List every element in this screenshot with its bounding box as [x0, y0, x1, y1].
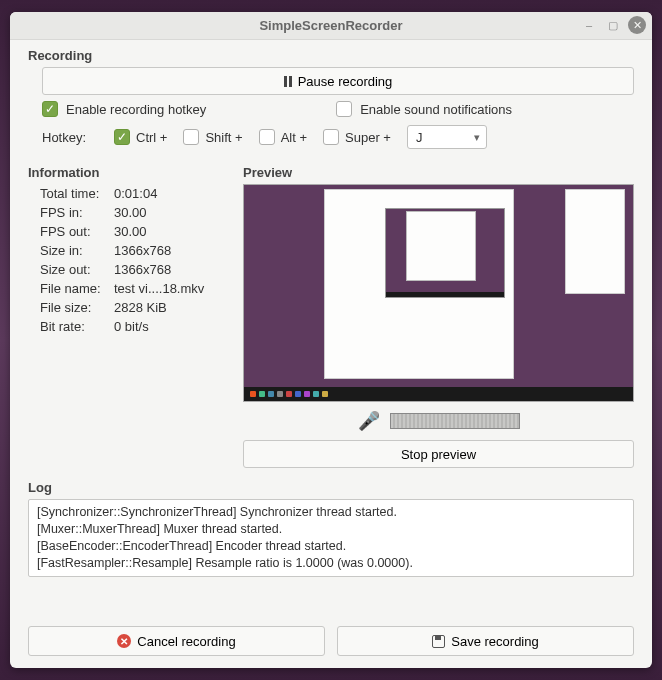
save-recording-label: Save recording [451, 634, 538, 649]
information-section: Information Total time:0:01:04 FPS in:30… [28, 165, 223, 468]
hotkey-label: Hotkey: [42, 130, 98, 145]
super-label: Super + [345, 130, 391, 145]
log-line: [FastResampler::Resample] Resample ratio… [37, 555, 625, 572]
enable-sound-label: Enable sound notifications [360, 102, 512, 117]
alt-checkbox[interactable] [259, 129, 275, 145]
pause-icon [284, 76, 292, 87]
recording-section: Recording Pause recording Enable recordi… [28, 48, 634, 149]
size-in-key: Size in: [40, 243, 108, 258]
file-name-value: test vi....18.mkv [114, 281, 204, 296]
file-size-value: 2828 KiB [114, 300, 167, 315]
pause-recording-button[interactable]: Pause recording [42, 67, 634, 95]
super-checkbox[interactable] [323, 129, 339, 145]
bit-rate-key: Bit rate: [40, 319, 108, 334]
enable-hotkey-checkbox[interactable] [42, 101, 58, 117]
ctrl-checkbox[interactable] [114, 129, 130, 145]
enable-sound-checkbox[interactable] [336, 101, 352, 117]
fps-in-value: 30.00 [114, 205, 147, 220]
titlebar[interactable]: SimpleScreenRecorder – ▢ ✕ [10, 12, 652, 40]
log-section: Log [Synchronizer::SynchronizerThread] S… [28, 480, 634, 577]
size-out-value: 1366x768 [114, 262, 171, 277]
stop-preview-label: Stop preview [401, 447, 476, 462]
hotkey-key-value: J [416, 130, 423, 145]
maximize-button[interactable]: ▢ [604, 16, 622, 34]
total-time-key: Total time: [40, 186, 108, 201]
recording-title: Recording [28, 48, 634, 63]
close-button[interactable]: ✕ [628, 16, 646, 34]
footer: ✕ Cancel recording Save recording [10, 618, 652, 668]
app-window: SimpleScreenRecorder – ▢ ✕ Recording Pau… [10, 12, 652, 668]
file-size-key: File size: [40, 300, 108, 315]
save-icon [432, 635, 445, 648]
fps-in-key: FPS in: [40, 205, 108, 220]
file-name-key: File name: [40, 281, 108, 296]
shift-checkbox[interactable] [183, 129, 199, 145]
size-in-value: 1366x768 [114, 243, 171, 258]
stop-preview-button[interactable]: Stop preview [243, 440, 634, 468]
preview-section: Preview [243, 165, 634, 468]
fps-out-value: 30.00 [114, 224, 147, 239]
cancel-icon: ✕ [117, 634, 131, 648]
shift-label: Shift + [205, 130, 242, 145]
bit-rate-value: 0 bit/s [114, 319, 149, 334]
log-line: [BaseEncoder::EncoderThread] Encoder thr… [37, 538, 625, 555]
hotkey-key-select[interactable]: J [407, 125, 487, 149]
total-time-value: 0:01:04 [114, 186, 157, 201]
ctrl-label: Ctrl + [136, 130, 167, 145]
preview-image [243, 184, 634, 402]
pause-recording-label: Pause recording [298, 74, 393, 89]
alt-label: Alt + [281, 130, 307, 145]
audio-level-meter [390, 413, 520, 429]
information-title: Information [28, 165, 223, 180]
cancel-recording-label: Cancel recording [137, 634, 235, 649]
minimize-button[interactable]: – [580, 16, 598, 34]
size-out-key: Size out: [40, 262, 108, 277]
log-output[interactable]: [Synchronizer::SynchronizerThread] Synch… [28, 499, 634, 577]
fps-out-key: FPS out: [40, 224, 108, 239]
save-recording-button[interactable]: Save recording [337, 626, 634, 656]
cancel-recording-button[interactable]: ✕ Cancel recording [28, 626, 325, 656]
log-line: [Muxer::MuxerThread] Muxer thread starte… [37, 521, 625, 538]
microphone-icon: 🎤 [358, 410, 380, 432]
enable-hotkey-label: Enable recording hotkey [66, 102, 206, 117]
window-title: SimpleScreenRecorder [259, 18, 402, 33]
log-title: Log [28, 480, 634, 495]
preview-title: Preview [243, 165, 634, 180]
log-line: [Synchronizer::SynchronizerThread] Synch… [37, 504, 625, 521]
